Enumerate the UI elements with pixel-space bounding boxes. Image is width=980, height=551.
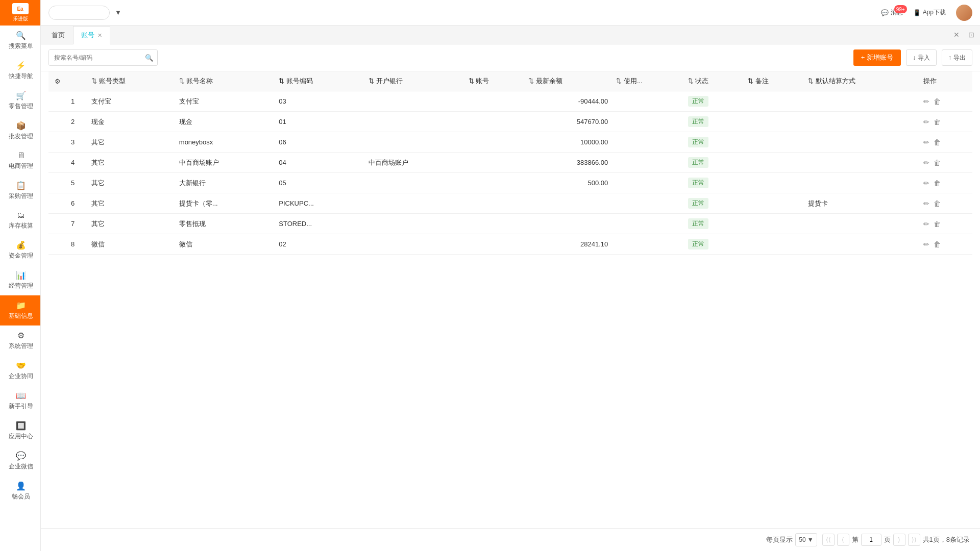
- edit-button[interactable]: ✏: [923, 199, 929, 208]
- delete-button[interactable]: 🗑: [934, 179, 941, 187]
- add-account-button[interactable]: + 新增账号: [853, 49, 901, 66]
- row-use: [612, 173, 683, 193]
- account-search-input[interactable]: [49, 50, 141, 65]
- operations-icon: 📊: [16, 270, 26, 280]
- table-row: 5 其它 大新银行 05 500.00 正常 ✏ 🗑: [48, 173, 972, 193]
- tabbar: 首页 账号 ✕ ✕ ⊡: [41, 26, 980, 44]
- col-balance-label: 最新余额: [536, 77, 562, 85]
- topbar-message[interactable]: 💬 消息 99+: [881, 8, 903, 17]
- total-label: 共1页，8条记录: [923, 535, 970, 544]
- sidebar-item-appcenter[interactable]: 🔲 应用中心: [0, 416, 40, 446]
- sidebar-item-wholesale[interactable]: 📦 批发管理: [0, 116, 40, 146]
- sidebar-item-retail[interactable]: 🛒 零售管理: [0, 86, 40, 116]
- sidebar-item-finance[interactable]: 💰 资金管理: [0, 235, 40, 265]
- edit-button[interactable]: ✏: [923, 118, 929, 126]
- delete-button[interactable]: 🗑: [934, 159, 941, 167]
- row-default-settle: [804, 132, 919, 153]
- page-last-button[interactable]: ⟩⟩: [908, 534, 920, 546]
- sidebar-item-label: 电商管理: [9, 162, 33, 170]
- main-content: ▼ 💬 消息 99+ 📱 App下载 首页 账号 ✕ ✕ ⊡: [41, 0, 980, 551]
- import-button[interactable]: ↓ 导入: [906, 49, 937, 66]
- row-index: 5: [67, 173, 87, 193]
- row-settings: [48, 132, 67, 153]
- delete-button[interactable]: 🗑: [934, 118, 941, 126]
- search-button[interactable]: 🔍: [141, 49, 157, 66]
- sidebar-item-search[interactable]: 🔍 搜索菜单: [0, 26, 40, 56]
- tab-close-icon[interactable]: ✕: [97, 32, 102, 39]
- edit-button[interactable]: ✏: [923, 97, 929, 106]
- row-bank: [364, 193, 464, 214]
- page-number-input[interactable]: [861, 534, 881, 546]
- page-content: 🔍 + 新增账号 ↓ 导入 ↑ 导出: [41, 44, 980, 551]
- col-status[interactable]: ⇅ 状态: [684, 71, 744, 91]
- col-bank-label: 开户银行: [376, 77, 403, 85]
- status-badge: 正常: [688, 198, 708, 209]
- sidebar-item-purchase[interactable]: 📋 采购管理: [0, 176, 40, 206]
- col-name[interactable]: ⇅ 账号名称: [175, 71, 275, 91]
- page-size-dropdown[interactable]: 50 ▼: [795, 533, 817, 546]
- table-row: 4 其它 中百商场账户 04 中百商场账户 383866.00 正常 ✏ 🗑: [48, 153, 972, 173]
- edit-button[interactable]: ✏: [923, 220, 929, 228]
- row-default-settle: [804, 234, 919, 255]
- row-actions: ✏ 🗑: [919, 193, 972, 214]
- sidebar-item-newguide[interactable]: 📖 新手引导: [0, 386, 40, 416]
- search-wrap: 🔍: [48, 49, 158, 66]
- edit-button[interactable]: ✏: [923, 159, 929, 167]
- col-account[interactable]: ⇅ 账号: [464, 71, 525, 91]
- page-first-button[interactable]: ⟨⟨: [822, 534, 835, 546]
- export-button[interactable]: ↑ 导出: [942, 49, 972, 66]
- row-account: [464, 193, 525, 214]
- page-next-button[interactable]: ⟩: [893, 534, 905, 546]
- col-bank[interactable]: ⇅ 开户银行: [364, 71, 464, 91]
- col-type[interactable]: ⇅ 账号类型: [87, 71, 175, 91]
- sidebar-logo: Ea 乐进版: [0, 0, 41, 26]
- sidebar-item-inventory[interactable]: 🗂 库存核算: [0, 206, 40, 235]
- page-size-select: 每页显示 50 ▼: [766, 533, 817, 546]
- col-use[interactable]: ⇅ 使用...: [612, 71, 683, 91]
- col-default-settle[interactable]: ⇅ 默认结算方式: [804, 71, 919, 91]
- row-name: 支付宝: [175, 91, 275, 112]
- sidebar-item-basic[interactable]: 📁 基础信息: [0, 295, 40, 325]
- tab-maximize-button[interactable]: ⊡: [965, 29, 977, 41]
- topbar-app-download[interactable]: 📱 App下载: [913, 8, 946, 17]
- user-avatar[interactable]: [956, 5, 972, 21]
- row-use: [612, 132, 683, 153]
- row-account: [464, 112, 525, 132]
- row-name: 大新银行: [175, 173, 275, 193]
- page-prev-button[interactable]: ⟨: [837, 534, 849, 546]
- tab-home[interactable]: 首页: [43, 26, 73, 44]
- sidebar-item-quicknav[interactable]: ⚡ 快捷导航: [0, 56, 40, 86]
- sidebar-item-operations[interactable]: 📊 经营管理: [0, 265, 40, 295]
- row-status: 正常: [684, 132, 744, 153]
- topbar-search-input[interactable]: [48, 6, 110, 20]
- delete-button[interactable]: 🗑: [934, 220, 941, 228]
- delete-button[interactable]: 🗑: [934, 138, 941, 146]
- tab-close-all-button[interactable]: ✕: [950, 29, 963, 41]
- delete-button[interactable]: 🗑: [934, 199, 941, 208]
- sidebar-item-corpwx[interactable]: 💬 企业微信: [0, 446, 40, 476]
- row-default-settle: 提货卡: [804, 193, 919, 214]
- col-index: [67, 71, 87, 91]
- col-code[interactable]: ⇅ 账号编码: [275, 71, 364, 91]
- delete-button[interactable]: 🗑: [934, 97, 941, 106]
- logo-icon: Ea: [12, 3, 29, 14]
- col-settings[interactable]: ⚙: [48, 71, 67, 91]
- sidebar-item-member[interactable]: 👤 畅会员: [0, 476, 40, 506]
- edit-button[interactable]: ✏: [923, 138, 929, 146]
- row-default-settle: [804, 153, 919, 173]
- topbar-dropdown[interactable]: ▼: [115, 9, 121, 16]
- col-balance[interactable]: ⇅ 最新余额: [524, 71, 612, 91]
- sidebar-item-ecommerce[interactable]: 🖥 电商管理: [0, 146, 40, 176]
- message-icon: 💬: [881, 9, 889, 16]
- edit-button[interactable]: ✏: [923, 240, 929, 248]
- sidebar-item-agreement[interactable]: 🤝 企业协同: [0, 356, 40, 386]
- col-remark[interactable]: ⇅ 备注: [744, 71, 804, 91]
- row-use: [612, 112, 683, 132]
- row-actions: ✏ 🗑: [919, 112, 972, 132]
- row-code: 05: [275, 173, 364, 193]
- tab-account[interactable]: 账号 ✕: [73, 26, 110, 44]
- delete-button[interactable]: 🗑: [934, 240, 941, 248]
- sidebar-item-system[interactable]: ⚙ 系统管理: [0, 325, 40, 356]
- edit-button[interactable]: ✏: [923, 179, 929, 187]
- tab-controls: ✕ ⊡: [950, 29, 977, 41]
